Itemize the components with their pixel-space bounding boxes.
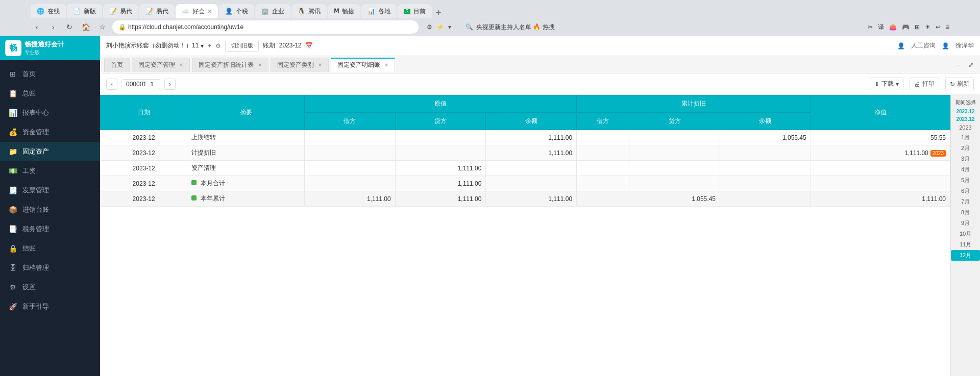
- tab-close-mgmt[interactable]: ✕: [179, 62, 183, 68]
- period-month-6[interactable]: 6月: [951, 186, 980, 196]
- sidebar-item-fixed-assets[interactable]: 📁 固定资产: [0, 142, 100, 161]
- period-year-2023[interactable]: 2023: [951, 123, 980, 132]
- tab-gedi[interactable]: 📊 各地: [361, 4, 397, 18]
- grid-icon[interactable]: ⊞: [915, 23, 920, 31]
- sidebar-item-ledger[interactable]: 📋 总账: [0, 84, 100, 103]
- tab-changjie[interactable]: Ⅿ 畅捷: [328, 4, 360, 18]
- period-month-10[interactable]: 10月: [951, 229, 980, 239]
- back-button[interactable]: ‹: [31, 21, 43, 33]
- menu-icon[interactable]: ≡: [946, 23, 949, 31]
- sidebar-item-archive[interactable]: 🗄 归档管理: [0, 258, 100, 278]
- refresh-button[interactable]: ↻ 刷新: [945, 78, 974, 90]
- tab-asset-category[interactable]: 固定资产类别 ✕: [271, 58, 329, 72]
- sidebar-nav: ⊞ 首页 📋 总账 📊 报表中心 💰 资金管理 📁 固定资产 💵 工资: [0, 60, 100, 376]
- sidebar-item-payroll[interactable]: 💵 工资: [0, 161, 100, 181]
- tab-yidai-2[interactable]: 📝 易代: [139, 4, 175, 18]
- period-month-4[interactable]: 4月: [951, 164, 980, 175]
- search-icon: 🔍: [465, 23, 473, 31]
- gamepad-icon[interactable]: 🎮: [902, 23, 910, 31]
- sidebar-item-reports[interactable]: 📊 报表中心: [0, 103, 100, 122]
- prev-record-button[interactable]: ‹: [106, 79, 117, 90]
- cell-accum-balance: [720, 145, 811, 161]
- cell-date: 2023-12: [101, 191, 187, 207]
- period-month-5[interactable]: 5月: [951, 175, 980, 186]
- table-row-total: 2023-12 本月合计 1,111.00: [101, 176, 950, 191]
- wallet-icon[interactable]: 👛: [889, 23, 897, 31]
- translate-icon[interactable]: 译: [878, 23, 884, 32]
- tab-tencent[interactable]: 🐧 腾讯: [291, 4, 327, 18]
- period-start-date[interactable]: 2023.12: [955, 108, 975, 115]
- tab-close-stats[interactable]: ✕: [258, 62, 262, 68]
- sidebar-item-guide[interactable]: 🚀 新手引导: [0, 297, 100, 316]
- period-month-3[interactable]: 3月: [951, 154, 980, 164]
- refresh-button[interactable]: ↻: [63, 21, 76, 33]
- cell-orig-balance: [486, 161, 577, 176]
- download-button[interactable]: ⬇ 下载 ▾: [870, 78, 903, 90]
- page-tabs: 首页 固定资产管理 ✕ 固定资产折旧统计表 ✕ 固定资产类别 ✕ 固定资产明细账…: [100, 56, 980, 73]
- inventory-icon: 📦: [8, 205, 17, 214]
- cell-orig-debit: [304, 130, 395, 145]
- guide-icon: 🚀: [8, 302, 17, 311]
- calendar-icon[interactable]: 📅: [305, 42, 313, 49]
- period-month-12[interactable]: 12月: [951, 250, 980, 261]
- switch-version-button[interactable]: 切到旧版: [225, 40, 259, 52]
- settings-gear-icon[interactable]: ⚙: [215, 42, 221, 49]
- forward-button[interactable]: ›: [47, 21, 59, 33]
- period-month-9[interactable]: 9月: [951, 218, 980, 229]
- app-logo: 畅: [5, 40, 21, 56]
- tab-close-category[interactable]: ✕: [318, 62, 322, 68]
- address-input[interactable]: 🔒 https://cloud.chanjet.com/accounting/u…: [112, 20, 419, 34]
- sidebar-item-funds[interactable]: 💰 资金管理: [0, 122, 100, 142]
- extension-icon-2[interactable]: ⚡: [436, 23, 444, 31]
- period-end-date[interactable]: 2023.12: [955, 115, 975, 123]
- print-button[interactable]: 🖨 打印: [910, 78, 939, 90]
- tab-new[interactable]: 📄 新版: [67, 4, 102, 18]
- extension-icon-1[interactable]: ⚙: [427, 23, 432, 31]
- tab-enterprise[interactable]: 🏢 企业: [255, 4, 290, 18]
- home-button[interactable]: 🏠: [80, 21, 92, 33]
- tab-geshui[interactable]: 👤 个税: [219, 4, 254, 18]
- next-record-button[interactable]: ›: [164, 79, 176, 90]
- expand-panel-button[interactable]: ⤢: [966, 60, 976, 70]
- period-month-1[interactable]: 1月: [951, 132, 980, 143]
- sidebar-item-tax[interactable]: 📑 税务管理: [0, 219, 100, 239]
- main-area: 刘小艳演示账套（勿删勿动！）11 ▾ + ⚙ 切到旧版 账期 2023-12 📅…: [100, 36, 980, 376]
- new-tab-button[interactable]: +: [433, 8, 445, 18]
- col-original-value-group: 原值: [304, 95, 576, 113]
- period-month-11[interactable]: 11月: [951, 239, 980, 250]
- period-month-2[interactable]: 2月: [951, 143, 980, 154]
- content-toolbar: ‹ 000001 1 › ⬇ 下载 ▾ 🖨 打印: [100, 73, 980, 95]
- period-month-7[interactable]: 7月: [951, 196, 980, 207]
- sidebar-item-closing[interactable]: 🔒 结账: [0, 239, 100, 258]
- sidebar-item-inventory[interactable]: 📦 进销台账: [0, 200, 100, 219]
- col-accumulated-dep-group: 累计折旧: [577, 95, 811, 113]
- tab-close-icon[interactable]: ✕: [208, 9, 212, 14]
- tab-depreciation-stats[interactable]: 固定资产折旧统计表 ✕: [192, 58, 268, 72]
- tab-asset-detail-ledger[interactable]: 固定资产明细账 ✕: [331, 58, 395, 72]
- undo-icon[interactable]: ↩: [936, 23, 941, 31]
- tab-fixed-assets-mgmt[interactable]: 固定资产管理 ✕: [132, 58, 190, 72]
- tab-close-detail[interactable]: ✕: [384, 62, 388, 68]
- bookmark-button[interactable]: ☆: [96, 21, 108, 33]
- tab-home[interactable]: 首页: [104, 58, 130, 72]
- tab-online[interactable]: 🌐 在线: [31, 4, 66, 18]
- sun-icon[interactable]: ☀: [925, 23, 930, 31]
- cell-orig-balance: 1,111.00: [486, 191, 577, 207]
- scissors-icon[interactable]: ✂: [868, 23, 873, 31]
- period-month-8[interactable]: 8月: [951, 207, 980, 218]
- tab-currently[interactable]: S 目前: [398, 4, 432, 18]
- cell-accum-debit: [577, 145, 629, 161]
- sidebar-item-invoices[interactable]: 🧾 发票管理: [0, 181, 100, 200]
- sidebar-item-home[interactable]: ⊞ 首页: [0, 64, 100, 84]
- cell-orig-credit: 1,111.00: [395, 191, 486, 207]
- tab-haohui[interactable]: ☁️ 好会 ✕: [176, 4, 218, 18]
- sidebar-item-settings[interactable]: ⚙ 设置: [0, 278, 100, 297]
- account-number-display: 000001 1: [121, 79, 160, 89]
- search-box[interactable]: 🔍 央视更新主持人名单 🔥 热搜: [465, 23, 555, 32]
- tab-yidai-1[interactable]: 📝 易代: [103, 4, 138, 18]
- extension-chevron[interactable]: ▾: [448, 23, 451, 31]
- account-selector[interactable]: 刘小艳演示账套（勿删勿动！）11 ▾: [106, 41, 204, 50]
- fixed-assets-icon: 📁: [8, 147, 17, 156]
- minimize-panel-button[interactable]: —: [953, 60, 964, 70]
- add-account-btn[interactable]: +: [208, 42, 211, 49]
